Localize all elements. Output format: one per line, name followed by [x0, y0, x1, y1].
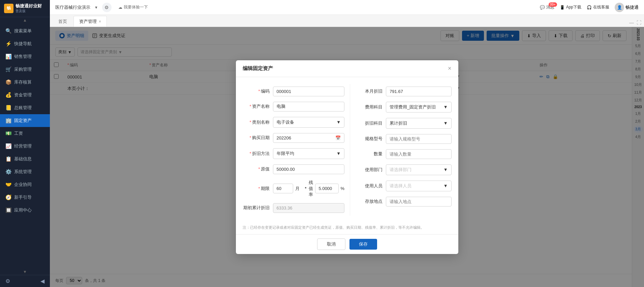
form-row-category: *类别名称 电子设备 ▼: [243, 114, 345, 130]
modal-title: 编辑固定资产: [243, 65, 273, 72]
code-label: *编码: [243, 88, 273, 94]
purchase-date-input[interactable]: 202206 📅: [273, 133, 345, 143]
finance-icon: 💰: [5, 92, 11, 98]
collapse-icon[interactable]: ◀: [40, 278, 44, 284]
ledger-icon: 📒: [5, 105, 11, 111]
quantity-input[interactable]: [386, 149, 451, 159]
department-dropdown-icon: ▼: [443, 167, 448, 172]
sidebar-item-purchase[interactable]: 🛒 采购管理: [0, 63, 50, 76]
sidebar-item-appstore[interactable]: 🔲 应用中心: [0, 204, 50, 217]
sidebar-item-basic[interactable]: 📋 基础信息: [0, 153, 50, 165]
sidebar-item-inventory[interactable]: 📦 库存核算: [0, 76, 50, 89]
app-edition: 普及版: [16, 9, 42, 13]
dep-method-select[interactable]: 年限平均 ▼: [273, 148, 345, 159]
message-badge: 99+: [549, 2, 557, 7]
user-menu-button[interactable]: 👤 畅捷通: [615, 3, 639, 12]
modal-body: *编码 *资产名称: [236, 77, 458, 222]
period-label: *期限: [243, 186, 273, 192]
tab-home[interactable]: 首页: [53, 16, 73, 27]
category-label: *类别名称: [243, 119, 273, 125]
search-icon: 🔍: [5, 28, 11, 34]
sidebar-menu: 🔍 搜索菜单 ⚡ 快捷导航 📊 销售管理 🛒 采购管理 📦 库存核算 💰 资金管…: [0, 23, 50, 269]
logo-icon: 畅: [4, 4, 13, 13]
sidebar-item-operations[interactable]: 📈 经营管理: [0, 140, 50, 153]
operations-icon: 📈: [5, 143, 11, 149]
category-dropdown-icon: ▼: [336, 120, 341, 125]
asset-name-input[interactable]: [273, 102, 345, 111]
department-select[interactable]: 请选择部门 ▼: [386, 164, 451, 175]
department-label: 使用部门: [356, 167, 386, 173]
guide-icon: 🧭: [5, 194, 11, 200]
settings-icon[interactable]: ⚙: [5, 278, 10, 284]
sidebar-item-finance[interactable]: 💰 资金管理: [0, 89, 50, 101]
original-value-input[interactable]: [273, 164, 345, 174]
sidebar-header: 畅 畅捷通好业财 普及版: [0, 0, 50, 17]
location-input[interactable]: [386, 197, 451, 206]
form-row-monthly-dep: 本月折旧: [356, 84, 451, 99]
form-row-opening-acc: 期初累计折旧: [243, 200, 345, 216]
cancel-button[interactable]: 取消: [317, 238, 345, 250]
tab-close-icon[interactable]: ×: [99, 19, 101, 24]
sidebar-item-quick[interactable]: ⚡ 快捷导航: [0, 37, 50, 50]
message-button[interactable]: 💬 消息 99+: [540, 4, 554, 10]
personnel-select[interactable]: 请选择人员 ▼: [386, 181, 451, 191]
dep-method-dropdown-icon: ▼: [336, 151, 341, 156]
window-minimize-icon[interactable]: —: [629, 20, 634, 25]
topbar-dropdown-icon[interactable]: ▼: [94, 5, 98, 9]
spec-model-input[interactable]: [386, 134, 451, 144]
sidebar-item-ledger[interactable]: 📒 总账管理: [0, 101, 50, 114]
asset-name-label: *资产名称: [243, 103, 273, 109]
opening-acc-input: [273, 203, 345, 213]
online-service-button[interactable]: 🎧 在线客服: [587, 4, 609, 10]
scroll-up-icon: ▲: [23, 18, 27, 23]
app-logo: 畅 畅捷通好业财 普及版: [4, 3, 46, 13]
form-row-spec-model: 规格型号: [356, 131, 451, 147]
scroll-down-icon: ▼: [23, 269, 27, 274]
form-row-location: 存放地点: [356, 194, 451, 209]
dep-subject-select[interactable]: 累计折旧 ▼: [386, 118, 451, 129]
period-input[interactable]: [273, 184, 293, 193]
main-area: 医疗器械行业演示 ▼ ⚙ ☁ 我要体验一下 💬 消息 99+ 📱 App下载 🎧…: [50, 0, 644, 287]
sidebar-item-guide[interactable]: 🧭 新手引导: [0, 191, 50, 204]
topbar-settings-button[interactable]: ⚙: [102, 3, 112, 12]
code-input[interactable]: [273, 87, 345, 96]
sidebar-item-sales[interactable]: 📊 销售管理: [0, 50, 50, 63]
quantity-label: 数量: [356, 151, 386, 157]
topbar-right: 💬 消息 99+ 📱 App下载 🎧 在线客服 👤 畅捷通: [540, 3, 639, 12]
sidebar-item-asset[interactable]: 🏢 固定资产: [0, 114, 50, 127]
purchase-icon: 🛒: [5, 66, 11, 72]
sidebar-item-system[interactable]: ⚙️ 系统管理: [0, 165, 50, 178]
form-row-quantity: 数量: [356, 147, 451, 162]
location-label: 存放地点: [356, 198, 386, 204]
app-name: 畅捷通好业财: [16, 3, 42, 9]
modal-close-button[interactable]: ×: [448, 65, 452, 72]
edit-asset-modal: 编辑固定资产 × *编码: [236, 60, 458, 254]
sidebar-bottom: ⚙ ◀: [0, 275, 50, 287]
form-row-code: *编码: [243, 84, 345, 99]
topbar-try-button[interactable]: ☁ 我要体验一下: [118, 4, 148, 10]
sidebar-item-payroll[interactable]: 💵 工资: [0, 127, 50, 140]
form-row-dep-method: *折旧方法 年限平均 ▼: [243, 146, 345, 162]
period-inline: 月 * 残值率 %: [273, 180, 345, 198]
expense-subject-select[interactable]: 管理费用_固定资产折旧 ▼: [386, 102, 451, 113]
expense-subject-label: 费用科目: [356, 104, 386, 110]
category-select[interactable]: 电子设备 ▼: [273, 117, 345, 128]
window-expand-icon[interactable]: ⛶: [637, 20, 641, 25]
expense-subject-dropdown-icon: ▼: [443, 104, 448, 109]
sidebar-item-collab[interactable]: 🤝 企业协同: [0, 178, 50, 191]
tab-asset-mgmt[interactable]: 资产管理 ×: [73, 16, 107, 27]
residual-input[interactable]: [315, 184, 339, 193]
dep-subject-label: 折旧科目: [356, 120, 386, 126]
form-row-expense-subject: 费用科目 管理费用_固定资产折旧 ▼: [356, 99, 451, 115]
personnel-dropdown-icon: ▼: [443, 183, 448, 188]
monthly-dep-input[interactable]: [386, 87, 451, 96]
sidebar-item-search[interactable]: 🔍 搜索菜单: [0, 25, 50, 37]
save-button[interactable]: 保存: [349, 239, 377, 250]
topbar: 医疗器械行业演示 ▼ ⚙ ☁ 我要体验一下 💬 消息 99+ 📱 App下载 🎧…: [50, 0, 644, 15]
dep-subject-dropdown-icon: ▼: [443, 121, 448, 126]
quick-icon: ⚡: [5, 41, 11, 47]
app-download-button[interactable]: 📱 App下载: [560, 4, 581, 10]
form-row-dep-subject: 折旧科目 累计折旧 ▼: [356, 115, 451, 131]
form-row-original-value: *原值: [243, 162, 345, 177]
form-row-personnel: 使用人员 请选择人员 ▼: [356, 178, 451, 194]
